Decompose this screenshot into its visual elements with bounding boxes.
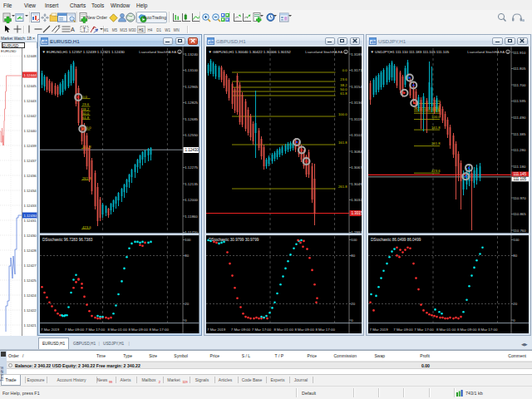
svg-text:111.595: 111.595	[513, 99, 526, 103]
svg-text:Insert: Insert	[45, 2, 58, 8]
svg-text:DStochastic 30.9799 30.9799: DStochastic 30.9799 30.9799	[209, 238, 259, 242]
svg-text:EURUSD,H1: EURUSD,H1	[50, 38, 80, 44]
svg-text:M1: M1	[103, 28, 109, 32]
svg-text:New Order: New Order	[86, 15, 107, 20]
svg-text:61.8: 61.8	[340, 91, 347, 96]
svg-text:EURUSD: EURUSD	[1, 49, 17, 53]
svg-text:8 Mar 09:00: 8 Mar 09:00	[456, 328, 476, 332]
svg-text:1.12434: 1.12434	[24, 189, 37, 193]
svg-text:M5: M5	[112, 28, 118, 32]
svg-text:7 Mar 09:00: 7 Mar 09:00	[65, 328, 85, 332]
svg-text:1.12442: 1.12442	[24, 114, 37, 118]
svg-text:111.805: 111.805	[513, 66, 526, 71]
svg-text:1.12424: 1.12424	[24, 293, 37, 298]
svg-text:View: View	[24, 2, 36, 8]
svg-text:1.12444: 1.12444	[24, 73, 37, 77]
svg-text:Comment: Comment	[508, 353, 526, 358]
svg-text:M30: M30	[129, 28, 136, 32]
svg-text:S / L: S / L	[242, 353, 251, 358]
svg-text:USDJPY,H1: USDJPY,H1	[378, 38, 406, 44]
svg-text:1.30320: 1.30320	[351, 198, 362, 202]
svg-text:119: 119	[183, 381, 188, 384]
svg-text:GBPUSD,H1: GBPUSD,H1	[216, 38, 246, 44]
svg-text:1.12448: 1.12448	[24, 54, 37, 58]
svg-text:T: T	[82, 27, 86, 32]
svg-text:|: |	[129, 342, 130, 346]
svg-text:1.12427: 1.12427	[24, 264, 37, 268]
svg-text:◀▶: ◀▶	[521, 341, 528, 346]
svg-text:Size: Size	[149, 353, 157, 358]
svg-text:Profit: Profit	[420, 353, 430, 358]
svg-text:7 Mar 17:00: 7 Mar 17:00	[251, 328, 271, 332]
svg-text:111.910: 111.910	[513, 51, 526, 55]
svg-text:H4: H4	[148, 28, 153, 32]
svg-text:Market: Market	[167, 377, 180, 382]
svg-text:Balance: 2 340.22 USD Equity:: Balance: 2 340.22 USD Equity: 2 340.22 F…	[15, 363, 140, 368]
svg-text:161.8: 161.8	[338, 140, 347, 145]
svg-text:8 Mar 17:00: 8 Mar 17:00	[149, 328, 169, 332]
svg-text:7 Mar 09:00: 7 Mar 09:00	[393, 328, 413, 332]
svg-text:1.13100: 1.13100	[185, 68, 198, 72]
svg-text:Lsarceland StochHA EA: Lsarceland StochHA EA	[305, 50, 342, 54]
svg-text:161.8: 161.8	[431, 126, 441, 130]
svg-text:61.8: 61.8	[82, 116, 90, 120]
svg-text:Market Watch: 18:: Market Watch: 18:	[1, 36, 32, 40]
svg-text:1.12685: 1.12685	[185, 117, 198, 121]
svg-text:111.385: 111.385	[513, 132, 526, 136]
svg-text:Signals: Signals	[195, 377, 209, 382]
svg-text:/: /	[22, 353, 24, 358]
svg-text:8 Mar 01:00: 8 Mar 01:00	[436, 328, 456, 332]
svg-text:743/1 kb: 743/1 kb	[466, 391, 483, 396]
svg-text:Help: Help	[136, 2, 148, 9]
svg-text:0.0: 0.0	[82, 95, 87, 99]
svg-text:USDJPY,H1: USDJPY,H1	[103, 342, 125, 346]
svg-text:1.30845: 1.30845	[351, 150, 362, 154]
svg-text:▼ GBPUSD,H1 1.30040 1.30422 1: ▼ GBPUSD,H1 1.30040 1.30422 1.30006 1.30…	[208, 50, 291, 54]
svg-text:1.12430: 1.12430	[24, 234, 37, 238]
svg-text:EURUSD: EURUSD	[2, 44, 19, 48]
svg-text:1.12825: 1.12825	[185, 101, 198, 105]
svg-text:1.12439: 1.12439	[24, 144, 37, 148]
svg-text:1.12135: 1.12135	[185, 182, 198, 186]
svg-text:For Help, press F1: For Help, press F1	[2, 391, 40, 396]
svg-text:0.00: 0.00	[421, 363, 430, 368]
svg-text:111.280: 111.280	[513, 148, 526, 152]
svg-text:20: 20	[513, 302, 517, 306]
svg-text:1.12421: 1.12421	[24, 323, 37, 328]
svg-text:8 Mar 17:00: 8 Mar 17:00	[477, 328, 497, 332]
svg-text:Mailbox: Mailbox	[141, 377, 156, 382]
svg-text:261.8: 261.8	[82, 176, 91, 180]
svg-text:1.12428: 1.12428	[24, 249, 37, 253]
svg-text:1.12965: 1.12965	[185, 85, 198, 89]
svg-text:261.8: 261.8	[338, 185, 347, 189]
svg-text:110.760: 110.760	[513, 229, 526, 233]
svg-text:111.145: 111.145	[513, 172, 526, 176]
svg-text:Exposure: Exposure	[27, 377, 44, 382]
svg-text:News: News	[97, 377, 108, 382]
svg-text:Price: Price	[308, 353, 318, 358]
svg-text:H1: H1	[139, 28, 144, 32]
svg-text:1.31020: 1.31020	[351, 133, 362, 137]
svg-text:100.0: 100.0	[431, 115, 441, 119]
svg-text:Order: Order	[8, 353, 19, 358]
svg-text:7 Mar 17:00: 7 Mar 17:00	[414, 328, 434, 332]
svg-text:1.12430: 1.12430	[24, 214, 37, 218]
svg-text:GBPUSD,H1: GBPUSD,H1	[73, 342, 96, 346]
svg-text:7 Mar 2019: 7 Mar 2019	[207, 328, 226, 332]
svg-text:D1: D1	[156, 28, 161, 32]
svg-text:111.490: 111.490	[513, 116, 526, 120]
svg-text:Journal: Journal	[294, 377, 308, 382]
svg-text:1.31365: 1.31365	[351, 101, 362, 105]
svg-text:1.31540: 1.31540	[351, 85, 362, 89]
svg-text:111.105: 111.105	[513, 177, 526, 181]
svg-text:Charts: Charts	[70, 2, 86, 8]
svg-text:23.6: 23.6	[340, 77, 347, 81]
svg-text:1.12550: 1.12550	[185, 133, 198, 137]
svg-text:Code Base: Code Base	[242, 377, 263, 382]
svg-text:1.30152: 1.30152	[351, 211, 362, 215]
svg-text:1.31715: 1.31715	[351, 68, 362, 72]
svg-text:20: 20	[185, 302, 189, 306]
svg-text:7 Mar 17:00: 7 Mar 17:00	[86, 328, 106, 332]
svg-text:1.12275: 1.12275	[185, 165, 198, 170]
svg-text:1.12437: 1.12437	[24, 159, 37, 163]
